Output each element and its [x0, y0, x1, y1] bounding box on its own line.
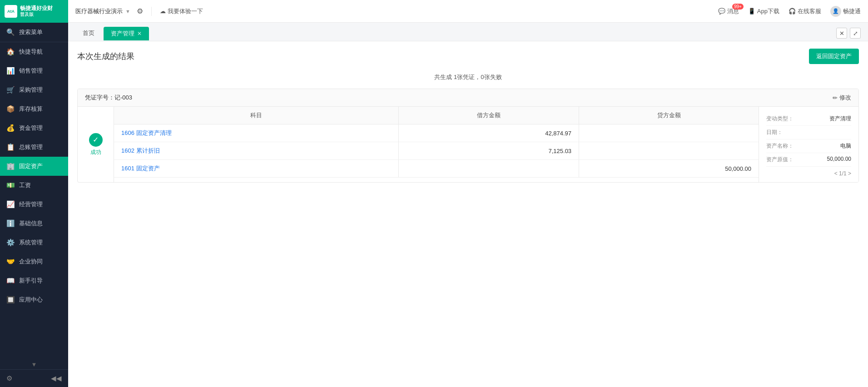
main-area: 医疗器械行业演示 ▼ ⚙ ☁ 我要体验一下 💬 消息 99+ 📱 App下载 🎧…	[68, 0, 868, 387]
company-selector[interactable]: 医疗器械行业演示 ▼	[75, 7, 130, 15]
sidebar-item-app-center[interactable]: 🔲 应用中心	[0, 290, 68, 309]
side-row-date: 日期：	[766, 126, 851, 139]
logo-text: 畅捷通好业财	[20, 5, 53, 11]
sidebar-item-inventory[interactable]: 📦 库存核算	[0, 99, 68, 119]
fixed-assets-icon: 🏢	[6, 162, 15, 170]
sidebar-item-system[interactable]: ⚙️ 系统管理	[0, 233, 68, 252]
original-value-value: 50,000.00	[827, 156, 851, 164]
purchase-icon: 🛒	[6, 86, 15, 94]
table-row: 1602 累计折旧 7,125.03	[114, 142, 759, 160]
message-btn[interactable]: 💬 消息 99+	[718, 7, 739, 15]
debit-cell	[398, 160, 579, 178]
sidebar-item-finance[interactable]: 💰 资金管理	[0, 119, 68, 138]
sidebar-item-search[interactable]: 🔍 搜索菜单	[0, 23, 68, 42]
sidebar-item-label: 新手引导	[19, 277, 43, 285]
debit-cell: 42,874.97	[398, 124, 579, 142]
message-badge: 99+	[732, 4, 744, 10]
topbar-settings-btn[interactable]: ⚙	[137, 7, 143, 15]
edit-button[interactable]: ✏ 修改	[833, 94, 851, 102]
col-subject: 科目	[114, 107, 398, 124]
enterprise-icon: 🤝	[6, 258, 15, 266]
ledger-icon: 📋	[6, 143, 15, 151]
page-title: 本次生成的结果	[77, 51, 134, 62]
sidebar-item-label: 库存核算	[19, 105, 43, 113]
change-type-label: 变动类型：	[766, 115, 794, 123]
sidebar-item-label: 系统管理	[19, 238, 43, 247]
sidebar-item-purchase[interactable]: 🛒 采购管理	[0, 80, 68, 99]
sidebar-item-sales[interactable]: 📊 销售管理	[0, 61, 68, 80]
credit-cell	[579, 124, 759, 142]
sidebar-item-label: 工资	[19, 181, 31, 189]
success-icon: ✓	[89, 133, 103, 147]
logo-icon: AtA	[5, 5, 17, 18]
pagination[interactable]: < 1/1 >	[766, 167, 851, 177]
sidebar-item-fixed-assets[interactable]: 🏢 固定资产	[0, 157, 68, 176]
sidebar-scroll-down[interactable]: ▼	[0, 360, 68, 369]
col-debit: 借方金额	[398, 107, 579, 124]
customer-service-btn[interactable]: 🎧 在线客服	[789, 7, 821, 15]
sidebar: AtA 畅捷通好业财 普及版 🔍 搜索菜单 🏠 快捷导航 📊 销售管理 🛒 采购…	[0, 0, 68, 387]
tab-asset-mgmt[interactable]: 资产管理 ✕	[104, 27, 149, 40]
system-icon: ⚙️	[6, 238, 15, 247]
edit-icon: ✏	[833, 94, 838, 101]
tabs-bar: 首页 资产管理 ✕ ✕ ⤢	[68, 23, 868, 41]
sidebar-nav: 🏠 快捷导航 📊 销售管理 🛒 采购管理 📦 库存核算 💰 资金管理 📋 总账管…	[0, 42, 68, 360]
panel-expand-btn[interactable]: ⤢	[850, 28, 861, 39]
sidebar-item-ledger[interactable]: 📋 总账管理	[0, 138, 68, 157]
subject-cell[interactable]: 1601 固定资产	[114, 160, 398, 178]
experience-btn[interactable]: ☁ 我要体验一下	[160, 7, 203, 15]
topbar: 医疗器械行业演示 ▼ ⚙ ☁ 我要体验一下 💬 消息 99+ 📱 App下载 🎧…	[68, 0, 868, 23]
tab-close-btn[interactable]: ✕	[137, 30, 142, 37]
sidebar-item-label: 应用中心	[19, 296, 43, 304]
voucher-table: 科目 借方金额 贷方金额 1606 固定资产清理 42,874.97	[114, 107, 759, 178]
result-summary: 共生成 1张凭证，0张失败	[77, 73, 859, 81]
topbar-right: 💬 消息 99+ 📱 App下载 🎧 在线客服 👤 畅捷通	[718, 6, 861, 17]
sidebar-item-label: 总账管理	[19, 143, 43, 151]
sidebar-item-label: 销售管理	[19, 67, 43, 75]
payroll-icon: 💵	[6, 181, 15, 189]
sidebar-item-label: 基础信息	[19, 219, 43, 228]
topbar-divider	[151, 7, 152, 16]
table-row: 1601 固定资产 50,000.00	[114, 160, 759, 178]
asset-name-value: 电脑	[840, 142, 851, 150]
voucher-success-indicator: ✓ 成功	[78, 107, 114, 182]
sidebar-logo: AtA 畅捷通好业财 普及版	[0, 0, 68, 23]
sidebar-bottom: ⚙ ◀◀	[0, 369, 68, 387]
app-center-icon: 🔲	[6, 296, 15, 304]
service-icon: 🎧	[789, 8, 796, 15]
sidebar-settings-btn[interactable]: ⚙	[6, 374, 12, 382]
app-download-btn[interactable]: 📱 App下载	[748, 7, 779, 15]
sidebar-search-label: 搜索菜单	[19, 28, 43, 36]
sidebar-collapse-btn[interactable]: ◀◀	[51, 374, 62, 382]
home-icon: 🏠	[6, 48, 15, 56]
sidebar-item-label: 采购管理	[19, 86, 43, 94]
cloud-icon: ☁	[160, 8, 166, 15]
subject-cell[interactable]: 1602 累计折旧	[114, 142, 398, 160]
basic-info-icon: ℹ️	[6, 219, 15, 228]
sidebar-item-label: 固定资产	[19, 162, 43, 170]
message-icon: 💬	[718, 8, 725, 15]
sidebar-item-operations[interactable]: 📈 经营管理	[0, 195, 68, 214]
tab-home[interactable]: 首页	[75, 26, 102, 41]
voucher-block: 凭证字号：记-003 ✏ 修改 ✓ 成功 科目	[77, 89, 859, 183]
sidebar-item-payroll[interactable]: 💵 工资	[0, 176, 68, 195]
sidebar-item-enterprise[interactable]: 🤝 企业协同	[0, 252, 68, 271]
debit-cell: 7,125.03	[398, 142, 579, 160]
return-button[interactable]: 返回固定资产	[809, 49, 859, 64]
table-row: 1606 固定资产清理 42,874.97	[114, 124, 759, 142]
user-menu[interactable]: 👤 畅捷通	[830, 6, 861, 17]
sidebar-item-basic-info[interactable]: ℹ️ 基础信息	[0, 214, 68, 233]
search-icon: 🔍	[6, 28, 15, 36]
original-value-label: 资产原值：	[766, 156, 794, 164]
panel-close-btn[interactable]: ✕	[836, 28, 847, 39]
change-type-value: 资产清理	[829, 115, 851, 123]
subject-cell[interactable]: 1606 固定资产清理	[114, 124, 398, 142]
sidebar-item-guide[interactable]: 📖 新手引导	[0, 271, 68, 290]
sales-icon: 📊	[6, 67, 15, 75]
page-header: 本次生成的结果 返回固定资产	[77, 49, 859, 64]
sidebar-item-label: 企业协同	[19, 258, 43, 266]
side-row-original-value: 资产原值： 50,000.00	[766, 153, 851, 167]
voucher-number: 凭证字号：记-003	[85, 94, 132, 102]
username: 畅捷通	[843, 7, 861, 15]
sidebar-item-quick-nav[interactable]: 🏠 快捷导航	[0, 42, 68, 61]
